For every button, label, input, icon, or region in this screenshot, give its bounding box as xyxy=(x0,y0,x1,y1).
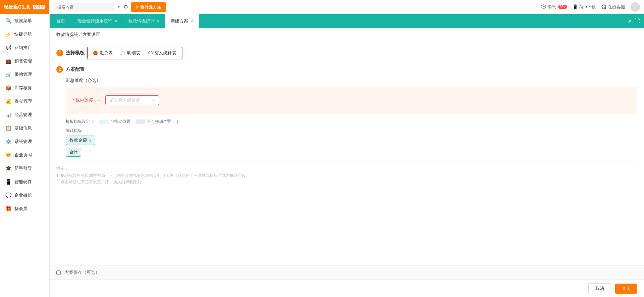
sidebar-item-search[interactable]: 🔍 搜索菜单 xyxy=(0,14,49,28)
member-icon: 🎁 xyxy=(5,206,12,212)
sidebar-item-quicknav[interactable]: ⚡ 快捷导航 xyxy=(0,28,49,41)
template-summary-label: 汇总表 xyxy=(100,50,113,56)
fixed-dot xyxy=(136,119,145,124)
tips-item-2: 2. 点击标题栏下拉可设置排序、插入列和删除列 xyxy=(56,179,637,185)
main-area: ▼ ⚙ 体验行业方案 💬 消息 99+ 📱 App下载 🎧 在线客服 首页 xyxy=(50,0,644,297)
sidebar-item-label: 畅会员 xyxy=(14,206,28,212)
query-button[interactable]: 查询 xyxy=(615,284,637,294)
sidebar-item-label: 系统管理 xyxy=(14,139,32,145)
sidebar-item-marketing[interactable]: 📢 营销推广 xyxy=(0,41,49,54)
template-cross-label: 交叉统计表 xyxy=(155,50,176,56)
sidebar-item-inventory[interactable]: 📦 库存核算 xyxy=(0,81,49,95)
notification-label: 消息 xyxy=(547,4,556,10)
sidebar-item-system[interactable]: ⚙️ 系统管理 xyxy=(0,135,49,148)
dimension-arrow: → xyxy=(97,98,101,103)
purchase-icon: 🛒 xyxy=(5,71,12,78)
save-plan-checkbox[interactable] xyxy=(56,270,61,275)
indicators-legend: 模板指标设定（ 可拖动位置 不可拖动位置 ） xyxy=(66,119,637,125)
subtag-row: 合计 xyxy=(66,146,637,157)
maximize-icon[interactable]: ⛶ xyxy=(635,18,640,24)
template-cross-radio[interactable] xyxy=(148,51,153,55)
sidebar-item-label: 营销推广 xyxy=(14,45,32,51)
hardware-icon: 📱 xyxy=(5,179,12,185)
dimension-select[interactable]: 请选择分组维度 xyxy=(105,95,159,105)
sidebar-item-basic-info[interactable]: 📋 基础信息 xyxy=(0,121,49,135)
sidebar-item-label: 采购管理 xyxy=(14,71,32,78)
indicator-chevron-icon: ∨ xyxy=(89,138,92,143)
sidebar-item-label: 新手引导 xyxy=(14,165,32,171)
edition-badge: 标准版 xyxy=(33,5,45,9)
tab-home[interactable]: 首页 xyxy=(50,14,72,28)
template-detail[interactable]: 明细表 xyxy=(121,50,140,56)
sidebar-item-guide[interactable]: 🎓 新手引导 xyxy=(0,162,49,175)
sidebar-item-finance[interactable]: 💰 资金管理 xyxy=(0,95,49,108)
tab-bank-flow-close[interactable]: ✕ xyxy=(114,19,117,23)
step2-title: 方案配置 xyxy=(66,66,85,72)
sidebar-item-hardware[interactable]: 📱 智能硬件 xyxy=(0,175,49,189)
page-footer: 方案保存（可选） xyxy=(50,265,644,280)
template-options: 汇总表 明细表 交叉统计表 xyxy=(87,47,182,59)
sidebar-item-enterprise[interactable]: 🤝 企业协同 xyxy=(0,148,49,162)
tab-collection-stats[interactable]: 收款情况统计 ✕ xyxy=(123,14,165,28)
template-detail-label: 明细表 xyxy=(127,50,140,56)
template-cross[interactable]: 交叉统计表 xyxy=(148,50,176,56)
legend-fixed: 不可拖动位置 xyxy=(136,119,171,125)
sidebar-item-label: 销售管理 xyxy=(14,58,32,64)
app-name: 畅捷通好生意 xyxy=(4,4,30,10)
indicator-tag-label: 收款金额 xyxy=(69,137,87,143)
close-window-icon[interactable]: ✕ xyxy=(628,18,632,24)
legend-draggable: 可拖动位置 xyxy=(99,119,130,125)
topbar: ▼ ⚙ 体验行业方案 💬 消息 99+ 📱 App下载 🎧 在线客服 xyxy=(50,0,644,14)
tab-home-label: 首页 xyxy=(56,18,65,24)
nav-tabs-actions: ✕ ⛶ xyxy=(628,18,644,24)
service-item[interactable]: 🎧 在线客服 xyxy=(601,4,625,10)
inventory-icon: 📦 xyxy=(5,85,12,91)
dimension-wrapper: 汇总维度（必选） * 纵向维度 → 请选择分组维度 xyxy=(56,78,637,157)
finance-icon: 💰 xyxy=(5,98,12,104)
settings-icon[interactable]: ⚙ xyxy=(123,4,128,10)
sidebar-logo: 畅捷通好生意 标准版 xyxy=(0,0,49,14)
sidebar-item-label: 经营管理 xyxy=(14,112,32,118)
tips-item-1: 1. 拖动标题栏可以调整布局，不可跨维度或指标区域拖动列目字段（只能在同一维度或… xyxy=(56,173,637,179)
sidebar-item-member[interactable]: 🎁 畅会员 xyxy=(0,202,49,215)
tab-bank-flow[interactable]: 现金银行流水查询 ✕ xyxy=(72,14,123,28)
template-summary[interactable]: 汇总表 xyxy=(93,50,113,56)
content-area: 收款情况统计方案设置 1 选择模板 汇总表 明细表 xyxy=(50,28,644,280)
step1-number: 1 xyxy=(56,50,63,56)
search-input[interactable] xyxy=(54,3,114,11)
dimension-row: * 纵向维度 → 请选择分组维度 xyxy=(73,95,630,105)
download-item[interactable]: 📱 App下载 xyxy=(573,4,596,10)
step1-title: 选择模板 xyxy=(66,50,85,56)
indicators-group: 统计指标 收款金额 ∨ 合计 xyxy=(66,128,637,157)
notification-item[interactable]: 💬 消息 99+ xyxy=(541,4,567,10)
cancel-button[interactable]: 取消 xyxy=(588,283,611,294)
sidebar-item-purchase[interactable]: 🛒 采购管理 xyxy=(0,68,49,81)
nav-tabs: 首页 现金银行流水查询 ✕ 收款情况统计 ✕ 新建方案 ✕ ✕ ⛶ xyxy=(50,14,644,28)
indicators-section: 模板指标设定（ 可拖动位置 不可拖动位置 ） xyxy=(66,119,637,157)
dimension-section-label: 汇总维度（必选） xyxy=(66,78,637,84)
guide-icon: 🎓 xyxy=(5,165,12,171)
sidebar-item-sales[interactable]: 💼 销售管理 xyxy=(0,54,49,68)
page-body: 1 选择模板 汇总表 明细表 交叉统计表 xyxy=(50,41,644,265)
template-summary-radio[interactable] xyxy=(93,51,98,55)
step2-header: 2 方案配置 xyxy=(56,66,637,73)
management-icon: 📊 xyxy=(5,112,12,118)
tab-new-plan-close[interactable]: ✕ xyxy=(190,19,193,23)
sidebar-item-management[interactable]: 📊 经营管理 xyxy=(0,108,49,121)
step1-section: 1 选择模板 汇总表 明细表 交叉统计表 xyxy=(56,47,637,59)
topbar-right: 💬 消息 99+ 📱 App下载 🎧 在线客服 xyxy=(541,2,640,12)
indicator-tag-collection[interactable]: 收款金额 ∨ xyxy=(66,136,95,145)
industry-btn[interactable]: 体验行业方案 xyxy=(131,2,166,12)
tab-collection-stats-close[interactable]: ✕ xyxy=(157,19,160,23)
avatar[interactable] xyxy=(631,2,640,12)
search-dropdown[interactable]: ▼ xyxy=(117,5,121,9)
tab-new-plan[interactable]: 新建方案 ✕ xyxy=(165,14,199,28)
sidebar-item-label: 智能硬件 xyxy=(14,179,32,185)
sidebar-item-wechat[interactable]: 💬 企业微信 xyxy=(0,189,49,202)
download-label: App下载 xyxy=(579,4,596,10)
save-plan-label: 方案保存（可选） xyxy=(65,269,100,276)
draggable-dot xyxy=(99,119,109,124)
service-label: 在线客服 xyxy=(608,4,625,10)
step1-header: 1 选择模板 汇总表 明细表 交叉统计表 xyxy=(56,47,637,59)
template-detail-radio[interactable] xyxy=(121,51,125,55)
